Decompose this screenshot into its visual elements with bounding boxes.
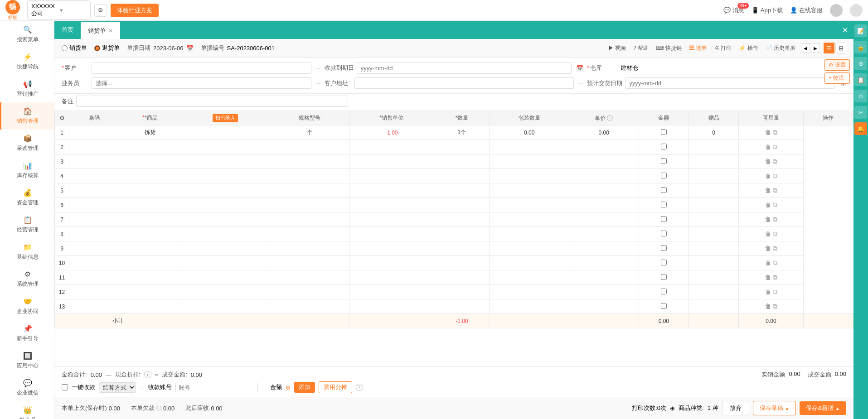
- row-unit[interactable]: [270, 198, 349, 212]
- right-panel-btn-1[interactable]: 📝: [854, 24, 867, 37]
- row-gift[interactable]: [639, 198, 689, 212]
- online-service-button[interactable]: 👤 在线客服: [790, 6, 823, 14]
- row-product[interactable]: [119, 183, 181, 198]
- row-spec[interactable]: [181, 183, 270, 198]
- row-unit[interactable]: [270, 183, 349, 198]
- delete-icon[interactable]: 🗑: [765, 172, 771, 179]
- row-pkg-qty[interactable]: [434, 183, 490, 198]
- copy-icon[interactable]: ⧉: [773, 303, 777, 310]
- delete-icon[interactable]: 🗑: [765, 216, 771, 223]
- row-barcode[interactable]: [69, 270, 119, 285]
- sidebar-item-operation[interactable]: 📋 经营管理: [0, 211, 54, 238]
- row-spec[interactable]: [181, 154, 270, 169]
- row-unit[interactable]: [270, 227, 349, 241]
- row-product[interactable]: [119, 299, 181, 314]
- sidebar-item-purchase[interactable]: 📦 采购管理: [0, 130, 54, 157]
- delete-icon[interactable]: 🗑: [765, 303, 771, 310]
- toolbar-print[interactable]: 🖨 打印: [712, 43, 733, 53]
- row-unit[interactable]: [270, 169, 349, 183]
- row-unit[interactable]: [270, 299, 349, 314]
- sidebar-item-system[interactable]: ⚙ 系统管理: [0, 265, 54, 293]
- row-unit[interactable]: [270, 241, 349, 256]
- row-amount[interactable]: 0.00: [569, 125, 639, 140]
- toolbar-shortcut[interactable]: ⌨ 快捷键: [654, 43, 683, 53]
- expense-button[interactable]: 费用分摊: [319, 381, 352, 393]
- trial-button[interactable]: 体验行业方案: [111, 4, 159, 17]
- delete-icon[interactable]: 🗑: [765, 288, 771, 295]
- avatar[interactable]: [830, 4, 843, 17]
- row-unit-price[interactable]: [490, 212, 569, 227]
- save-draft-button[interactable]: 保存草稿 ▲: [753, 401, 796, 415]
- row-product[interactable]: [119, 140, 181, 154]
- row-product[interactable]: [119, 212, 181, 227]
- row-barcode[interactable]: [69, 299, 119, 314]
- gift-checkbox[interactable]: [661, 260, 667, 265]
- delete-icon[interactable]: 🗑: [765, 245, 771, 252]
- row-amount[interactable]: [569, 285, 639, 299]
- prev-arrow[interactable]: ◀: [801, 43, 810, 53]
- row-unit-price[interactable]: [490, 270, 569, 285]
- row-barcode[interactable]: [69, 169, 119, 183]
- row-unit-price[interactable]: [490, 169, 569, 183]
- row-quantity[interactable]: [349, 140, 434, 154]
- payment-due-input[interactable]: [357, 63, 572, 74]
- grid-view-btn[interactable]: ⊞: [835, 43, 846, 53]
- row-spec[interactable]: [181, 299, 270, 314]
- toolbar-history[interactable]: 📄 历史单据: [764, 43, 797, 53]
- cash-discount-info-icon[interactable]: i: [144, 371, 151, 378]
- row-unit-price[interactable]: [490, 140, 569, 154]
- radio-sales-input[interactable]: [62, 45, 68, 51]
- customer-addr-input[interactable]: [354, 77, 574, 89]
- row-pkg-qty[interactable]: [434, 299, 490, 314]
- copy-icon[interactable]: ⧉: [773, 216, 777, 223]
- gift-checkbox[interactable]: [661, 158, 667, 164]
- payment-calendar-icon[interactable]: 📅: [576, 65, 583, 72]
- row-pkg-qty[interactable]: [434, 154, 490, 169]
- row-quantity[interactable]: [349, 212, 434, 227]
- row-quantity[interactable]: [349, 270, 434, 285]
- gift-checkbox[interactable]: [661, 245, 667, 251]
- sidebar-item-sales[interactable]: 🏠 销售管理: [0, 102, 54, 130]
- copy-icon[interactable]: ⧉: [773, 143, 777, 150]
- row-unit[interactable]: [270, 256, 349, 270]
- logistics-button[interactable]: + 物流: [824, 72, 850, 84]
- row-barcode[interactable]: [69, 154, 119, 169]
- copy-icon[interactable]: ⧉: [773, 245, 777, 252]
- row-amount[interactable]: [569, 256, 639, 270]
- delete-icon[interactable]: 🗑: [765, 158, 771, 165]
- row-quantity[interactable]: [349, 256, 434, 270]
- row-unit-price[interactable]: [490, 198, 569, 212]
- row-spec[interactable]: [181, 285, 270, 299]
- row-unit-price[interactable]: [490, 285, 569, 299]
- row-spec[interactable]: [181, 125, 270, 140]
- row-barcode[interactable]: [69, 227, 119, 241]
- row-unit[interactable]: [270, 270, 349, 285]
- delete-icon[interactable]: 🗑: [765, 129, 771, 136]
- copy-icon[interactable]: ⧉: [773, 288, 777, 295]
- row-unit-price[interactable]: [490, 241, 569, 256]
- row-unit-price[interactable]: [490, 154, 569, 169]
- radio-return-order[interactable]: 退货单: [94, 44, 120, 52]
- row-gift[interactable]: [639, 154, 689, 169]
- row-spec[interactable]: [181, 241, 270, 256]
- sidebar-item-quick-nav[interactable]: ⚡ 快捷导航: [0, 48, 54, 75]
- row-spec[interactable]: [181, 198, 270, 212]
- row-gift[interactable]: [639, 183, 689, 198]
- abandon-button[interactable]: 放弃: [722, 401, 749, 415]
- row-spec[interactable]: [181, 212, 270, 227]
- row-amount[interactable]: [569, 212, 639, 227]
- right-panel-btn-5[interactable]: ✩: [854, 90, 867, 102]
- copy-icon[interactable]: ⧉: [773, 129, 777, 136]
- row-product[interactable]: [119, 154, 181, 169]
- row-gift[interactable]: [639, 169, 689, 183]
- save-new-button[interactable]: 保存&新增 ▲: [800, 401, 846, 415]
- delete-icon[interactable]: 🗑: [765, 259, 771, 266]
- row-quantity[interactable]: -1.00: [349, 125, 434, 140]
- row-product[interactable]: [119, 256, 181, 270]
- row-gift[interactable]: [639, 227, 689, 241]
- row-unit[interactable]: [270, 212, 349, 227]
- row-barcode[interactable]: [69, 241, 119, 256]
- row-gift[interactable]: [639, 299, 689, 314]
- row-barcode[interactable]: [69, 285, 119, 299]
- radio-return-input[interactable]: [94, 45, 100, 51]
